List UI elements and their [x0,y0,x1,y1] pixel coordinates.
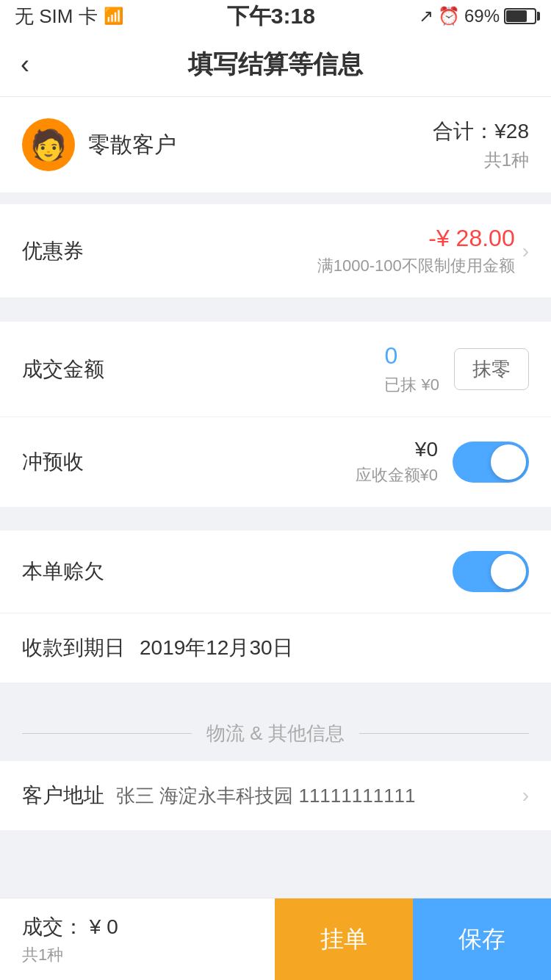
wifi-icon: 📶 [104,7,123,26]
bottom-bar: 成交： ¥ 0 共1种 挂单 保存 [0,898,551,980]
address-label: 客户地址 [22,782,104,810]
coupon-section: 优惠券 -¥ 28.00 满1000-100不限制使用金额 › [0,204,551,298]
prepay-amounts: ¥0 应收金额¥0 [356,438,438,486]
hang-button[interactable]: 挂单 [275,898,413,981]
divider-3 [0,694,551,706]
carrier-label: 无 SIM 卡 [15,4,98,29]
duedate-value: 2019年12月30日 [140,634,293,662]
address-row[interactable]: 客户地址 张三 海淀永丰科技园 11111111111 › [0,761,551,830]
nav-bar: ‹ 填写结算等信息 [0,32,551,97]
coupon-row[interactable]: 优惠券 -¥ 28.00 满1000-100不限制使用金额 › [0,204,551,298]
coupon-discount: -¥ 28.00 [317,225,515,252]
coupon-label: 优惠券 [22,237,84,265]
bottom-summary: 成交： ¥ 0 共1种 [0,913,275,966]
customer-left: 🧑 零散客户 [22,118,176,171]
prepay-main: ¥0 [356,438,438,461]
bottom-count: 共1种 [22,944,253,966]
deal-section: 成交金额 0 已抹 ¥0 抹零 冲预收 ¥0 应收金额¥0 [0,322,551,507]
deal-label: 成交金额 [22,356,104,383]
address-value: 张三 海淀永丰科技园 11111111111 [116,783,511,809]
avatar: 🧑 [22,118,75,171]
prepay-right: ¥0 应收金额¥0 [356,438,529,486]
logistics-line-right [359,733,529,734]
prepayment-toggle[interactable] [453,442,529,483]
content: 🧑 零散客户 合计：¥28 共1种 优惠券 -¥ 28.00 满1000-100… [0,97,551,930]
bottom-deal: 成交： ¥ 0 [22,913,253,941]
save-button[interactable]: 保存 [413,898,551,981]
logistics-header: 物流 & 其他信息 [0,706,551,761]
total-count: 共1种 [433,148,529,172]
customer-row: 🧑 零散客户 合计：¥28 共1种 [0,97,551,192]
deal-sub: 已抹 ¥0 [384,374,439,396]
chevron-right-icon: › [522,239,529,263]
total-amount: 合计：¥28 [433,118,529,145]
address-section: 客户地址 张三 海淀永丰科技园 11111111111 › [0,761,551,830]
back-button[interactable]: ‹ [21,49,29,80]
prepayment-row: 冲预收 ¥0 应收金额¥0 [0,417,551,507]
customer-right: 合计：¥28 共1种 [433,118,529,172]
status-bar: 无 SIM 卡 📶 下午3:18 ↗ ⏰ 69% [0,0,551,32]
prepay-sub: 应收金额¥0 [356,464,438,486]
divider-2 [0,519,551,530]
bottom-deal-value: ¥ 0 [90,915,118,938]
coupon-info: -¥ 28.00 满1000-100不限制使用金额 [317,225,515,277]
battery-icon [504,8,536,24]
prepayment-label: 冲预收 [22,448,84,476]
deal-value-wrap: 0 已抹 ¥0 [384,342,439,396]
toggle-knob-debt [491,554,526,589]
page-title: 填写结算等信息 [188,48,363,82]
debt-section: 本单赊欠 收款到期日 2019年12月30日 [0,530,551,682]
alarm-icon: ⏰ [438,6,460,26]
round-button[interactable]: 抹零 [454,348,529,390]
coupon-right: -¥ 28.00 满1000-100不限制使用金额 › [317,225,529,277]
status-left: 无 SIM 卡 📶 [15,4,123,29]
deal-right: 0 已抹 ¥0 抹零 [384,342,529,396]
status-time: 下午3:18 [227,1,315,32]
deal-value: 0 [384,342,439,370]
address-chevron-icon: › [522,784,529,807]
duedate-label: 收款到期日 [22,634,125,662]
debt-label: 本单赊欠 [22,558,104,586]
status-right: ↗ ⏰ 69% [419,6,536,26]
logistics-line-left [22,733,192,734]
deal-amount-row: 成交金额 0 已抹 ¥0 抹零 [0,322,551,417]
location-icon: ↗ [419,6,433,26]
duedate-row: 收款到期日 2019年12月30日 [0,613,551,682]
debt-toggle[interactable] [453,551,529,592]
divider-1 [0,310,551,322]
customer-name: 零散客户 [88,130,176,160]
coupon-desc: 满1000-100不限制使用金额 [317,255,515,277]
debt-row: 本单赊欠 [0,530,551,613]
toggle-knob [491,444,526,480]
battery-label: 69% [464,6,500,26]
logistics-label: 物流 & 其他信息 [192,721,359,746]
bottom-deal-label: 成交： [22,915,84,938]
avatar-icon: 🧑 [30,130,67,159]
